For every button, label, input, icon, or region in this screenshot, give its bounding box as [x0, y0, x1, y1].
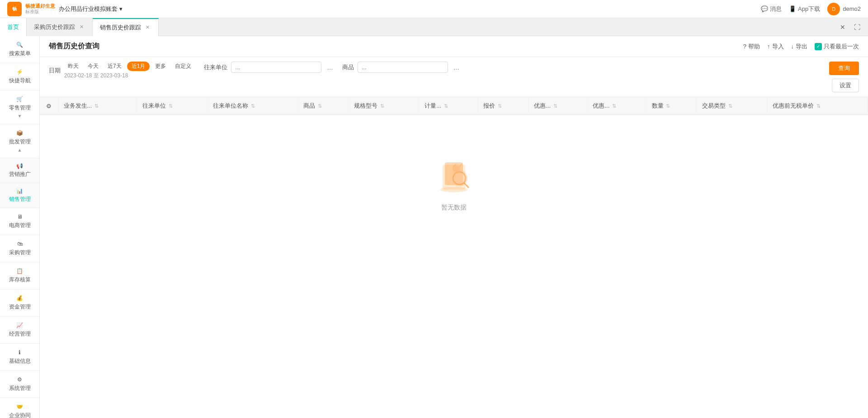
- close-all-tabs-btn[interactable]: ✕: [837, 22, 848, 33]
- purchase-mgmt-icon: 🛍: [17, 241, 23, 247]
- ecommerce-mgmt-icon: 🖥: [17, 214, 23, 220]
- sidebar-item-enterprise-coop[interactable]: 🤝 企业协同: [0, 398, 39, 418]
- date-range: 2023-02-18 至 2023-03-18: [64, 72, 195, 80]
- goods-filter-label: 商品: [342, 63, 354, 71]
- sidebar-item-ecommerce-mgmt[interactable]: 🖥 电商管理: [0, 208, 39, 235]
- sort-icon-partner-code: ⇅: [169, 103, 173, 109]
- setting-button[interactable]: 设置: [832, 79, 859, 92]
- query-button[interactable]: 查询: [829, 62, 859, 75]
- data-table: ⚙ 业务发生... ⇅ 往来单位 ⇅ 往来单位名称 ⇅: [40, 97, 868, 248]
- basic-info-icon: ℹ: [19, 349, 21, 356]
- partner-input[interactable]: [231, 62, 321, 73]
- sidebar-item-purchase-mgmt[interactable]: 🛍 采购管理: [0, 235, 39, 262]
- only-last-checkbox[interactable]: ✓ 只看最后一次: [815, 43, 859, 51]
- sidebar-item-sales-mgmt[interactable]: 📊 销售管理: [0, 183, 39, 208]
- empty-state: 暂无数据: [40, 115, 868, 248]
- quick-nav-icon: ⚡: [16, 69, 23, 75]
- tab-sales-history[interactable]: 销售历史价跟踪 ✕: [93, 18, 159, 36]
- sort-icon-quantity: ⇅: [666, 103, 670, 109]
- sidebar-item-retail-mgmt[interactable]: 🛒 零售管理 ▼: [0, 90, 39, 124]
- empty-image: [431, 151, 476, 196]
- date-btn-today[interactable]: 今天: [84, 62, 102, 71]
- th-goods[interactable]: 商品 ⇅: [298, 97, 349, 115]
- th-discount2[interactable]: 优惠... ⇅: [587, 97, 646, 115]
- message-btn[interactable]: 💬 消息: [761, 5, 782, 13]
- date-btn-more[interactable]: 更多: [151, 62, 170, 71]
- date-btn-custom[interactable]: 自定义: [171, 62, 195, 71]
- date-btn-last1month[interactable]: 近1月: [127, 62, 150, 71]
- th-gear[interactable]: ⚙: [40, 97, 58, 115]
- sort-icon-pretax-price: ⇅: [816, 103, 821, 109]
- sidebar-label-operation-mgmt: 经营管理: [9, 330, 31, 338]
- sidebar-item-search-menu[interactable]: 🔍 搜索菜单: [0, 36, 39, 63]
- expand-btn[interactable]: ⛶: [852, 22, 863, 33]
- main-layout: 🔍 搜索菜单 ⚡ 快捷导航 🛒 零售管理 ▼ 📦 批发管理 ▲ 📢 营销推广 📊…: [0, 36, 868, 418]
- sort-icon-partner-name: ⇅: [251, 103, 255, 109]
- finance-mgmt-icon: 💰: [16, 295, 23, 301]
- page-title: 销售历史价查询: [49, 42, 99, 51]
- enterprise-coop-icon: 🤝: [16, 404, 23, 410]
- inventory-icon: 📋: [16, 268, 23, 274]
- export-btn[interactable]: ↓ 导出: [791, 43, 808, 51]
- sidebar-label-enterprise-coop: 企业协同: [9, 412, 31, 418]
- sidebar-item-finance-mgmt[interactable]: 💰 资金管理: [0, 290, 39, 317]
- wholesale-mgmt-icon: 📦: [16, 130, 23, 136]
- sort-icon-goods: ⇅: [318, 103, 322, 109]
- date-btn-yesterday[interactable]: 昨天: [64, 62, 82, 71]
- message-icon: 💬: [761, 5, 768, 12]
- th-discount1[interactable]: 优惠... ⇅: [528, 97, 587, 115]
- import-btn[interactable]: ↑ 导入: [767, 43, 784, 51]
- content-area: 销售历史价查询 ? 帮助 ↑ 导入 ↓ 导出 ✓ 只看最后一次: [40, 36, 868, 418]
- sidebar-item-inventory[interactable]: 📋 库存核算: [0, 262, 39, 290]
- th-spec[interactable]: 规格型号 ⇅: [349, 97, 419, 115]
- sort-icon-discount1: ⇅: [553, 103, 557, 109]
- only-last-label: 只看最后一次: [824, 43, 859, 51]
- tab-purchase-history[interactable]: 采购历史价跟踪 ✕: [27, 18, 93, 36]
- app-download-btn[interactable]: 📱 App下载: [789, 5, 820, 13]
- export-icon: ↓: [791, 43, 794, 50]
- th-pretax-price[interactable]: 优惠前无税单价 ⇅: [767, 97, 868, 115]
- sidebar-label-ecommerce-mgmt: 电商管理: [9, 222, 31, 229]
- industry-selector[interactable]: 办公用品行业模拟账套 ▾: [59, 5, 123, 13]
- th-partner-name[interactable]: 往来单位名称 ⇅: [208, 97, 298, 115]
- th-unit[interactable]: 计量... ⇅: [419, 97, 478, 115]
- tab-home[interactable]: 首页: [0, 18, 27, 36]
- sidebar-item-quick-nav[interactable]: ⚡ 快捷导航: [0, 63, 39, 90]
- table-header-row: ⚙ 业务发生... ⇅ 往来单位 ⇅ 往来单位名称 ⇅: [40, 97, 868, 115]
- app-name: 畅捷通好生意: [25, 3, 55, 9]
- partner-filter: 往来单位 ...: [204, 62, 333, 73]
- th-biz-date[interactable]: 业务发生... ⇅: [58, 97, 137, 115]
- sidebar-item-wholesale-mgmt[interactable]: 📦 批发管理 ▲: [0, 124, 39, 158]
- sidebar-item-marketing[interactable]: 📢 营销推广: [0, 158, 39, 183]
- tab-sales-history-close[interactable]: ✕: [144, 24, 151, 31]
- sidebar-item-system-mgmt[interactable]: ⚙ 系统管理: [0, 371, 39, 398]
- wholesale-mgmt-arrow: ▲: [18, 147, 22, 152]
- user-name: demo2: [843, 5, 861, 12]
- tab-bar: 首页 采购历史价跟踪 ✕ 销售历史价跟踪 ✕ ✕ ⛶: [0, 18, 868, 36]
- goods-dots-btn[interactable]: ...: [453, 63, 459, 71]
- tab-purchase-history-close[interactable]: ✕: [78, 24, 85, 31]
- page-header-actions: ? 帮助 ↑ 导入 ↓ 导出 ✓ 只看最后一次: [743, 43, 859, 51]
- th-partner-code[interactable]: 往来单位 ⇅: [137, 97, 208, 115]
- dropdown-icon: ▾: [119, 5, 123, 12]
- marketing-icon: 📢: [16, 163, 23, 169]
- search-menu-icon: 🔍: [16, 42, 23, 48]
- partner-dots-btn[interactable]: ...: [327, 63, 333, 71]
- sidebar-label-quick-nav: 快捷导航: [9, 77, 31, 85]
- th-quote[interactable]: 报价 ⇅: [478, 97, 528, 115]
- avatar: D: [827, 3, 840, 15]
- sidebar-item-operation-mgmt[interactable]: 📈 经营管理: [0, 317, 39, 344]
- sidebar-label-sales-mgmt: 销售管理: [9, 195, 31, 203]
- sales-mgmt-icon: 📊: [16, 188, 23, 194]
- th-quantity[interactable]: 数量 ⇅: [646, 97, 697, 115]
- date-btn-last7days[interactable]: 近7天: [104, 62, 125, 71]
- empty-row: 暂无数据: [40, 115, 868, 248]
- sidebar-label-inventory: 库存核算: [9, 276, 31, 284]
- th-trade-type[interactable]: 交易类型 ⇅: [697, 97, 767, 115]
- sidebar-item-basic-info[interactable]: ℹ 基础信息: [0, 344, 39, 371]
- user-area[interactable]: D demo2: [827, 3, 861, 15]
- goods-input[interactable]: [358, 62, 448, 73]
- sort-icon-spec: ⇅: [380, 103, 384, 109]
- retail-mgmt-icon: 🛒: [16, 96, 23, 102]
- help-btn[interactable]: ? 帮助: [743, 43, 760, 51]
